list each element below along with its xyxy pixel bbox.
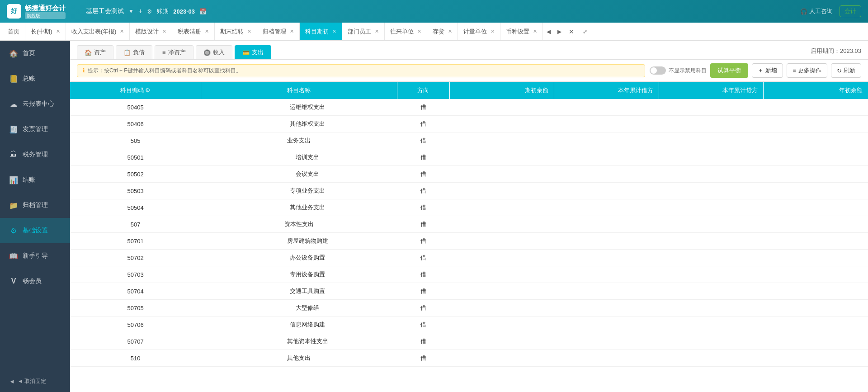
cell-ytd-credit [659,116,763,132]
toolbar-right: 不显示禁用科目 试算平衡 ＋ 新增 ≡ 更多操作 ↻ 刷新 [650,63,861,78]
subtab-net-assets[interactable]: ≡ 净资产 [155,45,193,59]
tab-currency[interactable]: 币种设置 ✕ [500,23,543,41]
cell-ytd-debit [554,266,659,283]
company-dropdown-icon[interactable]: ▼ [128,8,134,14]
add-company-btn[interactable]: + [138,7,142,15]
table-row[interactable]: 505业务支出借 [70,132,868,149]
table-row[interactable]: 50705大型修缮借 [70,300,868,316]
tab-income-report[interactable]: 收入支出表(年报) ✕ [66,23,130,41]
tab-close-icon[interactable]: ✕ [417,28,421,34]
tab-close-icon[interactable]: ✕ [491,28,495,34]
toggle-track[interactable] [650,66,666,75]
settings-icon: ⚙ [9,227,18,235]
tab-close-icon[interactable]: ✕ [332,28,336,34]
tab-close-icon[interactable]: ✕ [162,28,166,34]
table-row[interactable]: 50503专项业务支出借 [70,183,868,199]
col-settings-icon[interactable]: ⚙ [145,87,151,94]
tab-contacts[interactable]: 往来单位 ✕ [385,23,427,41]
sidebar-item-invoice[interactable]: 🧾 发票管理 [0,117,70,142]
table-row[interactable]: 50504其他业务支出借 [70,199,868,216]
invoice-icon: 🧾 [9,125,18,134]
tab-expand-btn[interactable]: ⤢ [578,23,592,41]
sidebar-item-ledger[interactable]: 📒 总账 [0,66,70,91]
cloud-icon: ☁ [9,100,18,109]
support-button[interactable]: 🎧 人工咨询 [800,7,833,15]
toggle-disable-subjects[interactable]: 不显示禁用科目 [650,66,707,75]
calendar-icon[interactable]: 📅 [199,8,207,15]
table-row[interactable]: 50701房屋建筑物购建借 [70,233,868,250]
tab-close-icon[interactable]: ✕ [120,28,124,34]
table-row[interactable]: 50703专用设备购置借 [70,266,868,283]
tab-home[interactable]: 首页 [2,23,25,41]
tab-close-icon[interactable]: ✕ [56,28,60,34]
subtab-income[interactable]: 🔘 收入 [196,45,232,59]
tab-next-btn[interactable]: ▶ [554,23,565,41]
sidebar-item-close-period[interactable]: 📊 结账 [0,167,70,193]
tab-period-end[interactable]: 期末结转 ✕ [215,23,257,41]
tab-prev-btn[interactable]: ◀ [543,23,554,41]
sidebar-label: 税务管理 [23,151,48,159]
table-row[interactable]: 50704交通工具购置借 [70,283,868,300]
tab-midterm[interactable]: 长(中期) ✕ [25,23,66,41]
sidebar-item-guide[interactable]: 📖 新手引导 [0,243,70,269]
hint-box: ℹ 提示：按Ctrl + F键并输入科目编码或者科目名称可以查找科目。 [77,64,645,77]
table-row[interactable]: 507资本性支出借 [70,216,868,233]
balance-button[interactable]: 试算平衡 [710,63,748,78]
tab-close-icon[interactable]: ✕ [533,28,537,34]
table-row[interactable]: 50702办公设备购置借 [70,250,868,266]
app-edition: 旗舰版 [25,12,66,19]
cell-direction: 借 [397,350,449,367]
sidebar-item-vip[interactable]: V 畅会员 [0,269,70,294]
subtab-label: 资产 [94,48,106,57]
more-button[interactable]: ≡ 更多操作 [787,63,827,78]
period-label: 账期 [157,7,169,15]
sidebar-item-settings[interactable]: ⚙ 基础设置 [0,218,70,243]
sidebar-item-home[interactable]: 🏠 首页 [0,41,70,66]
net-assets-icon: ≡ [162,49,166,56]
add-icon: ＋ [758,66,764,75]
table-row[interactable]: 50706信息网络购建借 [70,316,868,333]
unpin-button[interactable]: ◄ ◄ 取消固定 [0,371,70,392]
toggle-label: 不显示禁用科目 [669,67,707,75]
table-row[interactable]: 50501培训支出借 [70,149,868,166]
subtab-assets[interactable]: 🏠 资产 [77,45,113,59]
tab-tax[interactable]: 税表清册 ✕ [172,23,215,41]
table-row[interactable]: 50502会议支出借 [70,166,868,183]
cell-year-opening [764,233,868,250]
table-row[interactable]: 50406其他维权支出借 [70,116,868,132]
tab-subject-init[interactable]: 科目期初 ✕ [300,23,342,41]
sidebar-item-archive[interactable]: 📁 归档管理 [0,193,70,218]
table-row[interactable]: 50707其他资本性支出借 [70,333,868,350]
tab-dept-staff[interactable]: 部门员工 ✕ [342,23,385,41]
subtab-expense[interactable]: 💳 支出 [235,45,271,59]
subtab-liabilities[interactable]: 📋 负债 [116,45,152,59]
tab-close-icon[interactable]: ✕ [247,28,251,34]
add-button[interactable]: ＋ 新增 [752,63,783,78]
tab-close-icon[interactable]: ✕ [205,28,209,34]
tab-units[interactable]: 计量单位 ✕ [458,23,500,41]
tab-close-icon[interactable]: ✕ [375,28,379,34]
table-row[interactable]: 50405运维维权支出借 [70,99,868,116]
tab-close-all-btn[interactable]: ✕ [565,23,578,41]
tab-archive[interactable]: 归档管理 ✕ [257,23,300,41]
cell-ytd-credit [659,266,763,283]
table-row[interactable]: 510其他支出借 [70,350,868,367]
cell-opening-balance [449,333,554,350]
cell-ytd-debit [554,333,659,350]
sidebar-item-cloud-report[interactable]: ☁ 云报表中心 [0,91,70,117]
tab-inventory[interactable]: 存货 ✕ [427,23,458,41]
sidebar-item-tax[interactable]: 🏛 税务管理 [0,142,70,167]
tab-label: 税表清册 [178,28,201,36]
table-header-row: 科目编码 ⚙ 科目名称 方向 期初余额 本年累计借方 本年累计贷方 年初余额 [70,82,868,99]
account-badge[interactable]: 会计 [840,5,861,17]
refresh-button[interactable]: ↻ 刷新 [831,63,861,78]
refresh-icon: ↻ [837,67,842,74]
tab-close-icon[interactable]: ✕ [290,28,294,34]
subtab-label: 收入 [213,48,225,57]
cell-year-opening [764,216,868,233]
close-period-icon: 📊 [9,176,18,184]
tab-close-icon[interactable]: ✕ [448,28,452,34]
cell-year-opening [764,183,868,199]
settings-icon[interactable]: ⚙ [147,8,152,15]
tab-template[interactable]: 模版设计 ✕ [130,23,172,41]
